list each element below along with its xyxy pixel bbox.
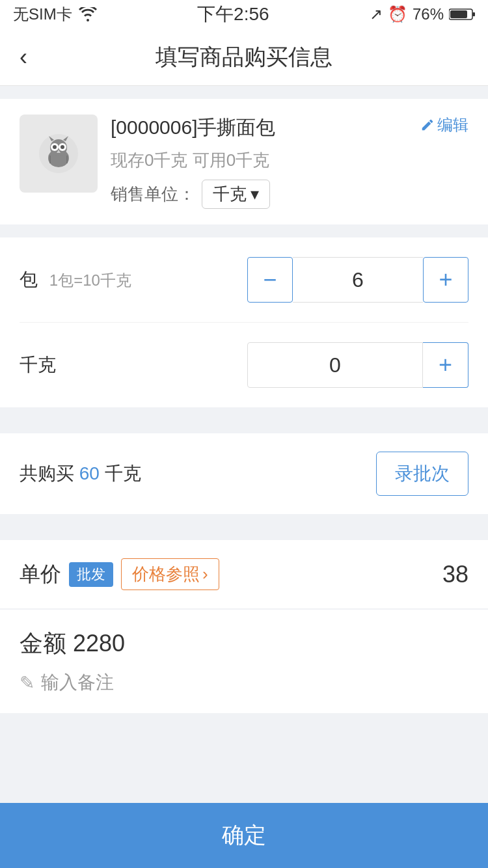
edit-icon — [420, 118, 435, 132]
note-icon: ✎ — [20, 672, 34, 694]
price-section: 单价 批发 价格参照 › 38 — [0, 540, 488, 608]
price-left: 单价 批发 价格参照 › — [20, 558, 219, 590]
bottom-space — [0, 713, 488, 791]
product-name: [0000006]手撕面包 — [111, 115, 275, 141]
package-qty-input[interactable] — [293, 257, 423, 303]
status-right: ↗ ⏰ 76% — [370, 5, 475, 23]
unit-value: 千克 — [213, 183, 247, 206]
owl-logo — [36, 131, 81, 176]
price-ref-btn[interactable]: 价格参照 › — [121, 558, 219, 590]
wifi-icon — [79, 7, 97, 21]
kilogram-control: + — [247, 342, 468, 388]
package-label: 包 — [20, 269, 38, 290]
price-label: 单价 — [20, 560, 61, 589]
note-placeholder[interactable]: 输入备注 — [41, 670, 114, 695]
battery-icon — [449, 8, 475, 21]
alarm-icon: ⏰ — [388, 5, 407, 23]
quantity-section: 包 1包=10千克 − + 千克 + — [0, 237, 488, 407]
svg-rect-2 — [450, 10, 467, 18]
carrier-text: 无SIM卡 — [13, 4, 72, 25]
price-ref-arrow: › — [202, 564, 208, 584]
product-stock: 现存0千克 可用0千克 — [111, 149, 468, 172]
record-batch-btn[interactable]: 录批次 — [376, 452, 468, 496]
unit-label: 销售单位： — [111, 183, 195, 206]
price-ref-label: 价格参照 — [132, 563, 200, 586]
amount-section: 金额 2280 ✎ 输入备注 — [0, 610, 488, 713]
divider-1 — [0, 224, 488, 237]
total-amount: 60 — [79, 463, 105, 483]
amount-label: 金额 — [20, 630, 66, 657]
status-time: 下午2:56 — [197, 2, 269, 27]
total-text: 共购买 — [20, 463, 74, 483]
note-row[interactable]: ✎ 输入备注 — [20, 670, 468, 695]
battery-text: 76% — [413, 5, 444, 23]
package-minus-btn[interactable]: − — [247, 257, 293, 303]
svg-rect-1 — [472, 12, 475, 16]
product-info: [0000006]手撕面包 编辑 现存0千克 可用0千克 销售单位： 千克 ▾ — [111, 115, 468, 209]
confirm-button[interactable]: 确定 — [0, 803, 488, 868]
package-control: − + — [247, 257, 468, 303]
product-unit-row: 销售单位： 千克 ▾ — [111, 180, 468, 209]
location-icon: ↗ — [370, 5, 383, 23]
product-card: [0000006]手撕面包 编辑 现存0千克 可用0千克 销售单位： 千克 ▾ — [0, 99, 488, 224]
package-hint: 1包=10千克 — [49, 271, 131, 289]
svg-point-11 — [61, 145, 64, 149]
price-value: 38 — [442, 561, 468, 588]
product-image — [20, 115, 98, 193]
kilogram-row: 千克 + — [20, 323, 468, 407]
divider-2 — [0, 407, 488, 420]
kilogram-label: 千克 — [20, 353, 56, 377]
unit-selector[interactable]: 千克 ▾ — [202, 180, 270, 209]
svg-point-10 — [53, 145, 57, 149]
package-plus-btn[interactable]: + — [423, 257, 468, 303]
edit-label: 编辑 — [437, 115, 468, 135]
kilogram-plus-btn[interactable]: + — [423, 342, 468, 388]
divider-3 — [0, 514, 488, 527]
page-title: 填写商品购买信息 — [156, 42, 332, 72]
package-label-group: 包 1包=10千克 — [20, 267, 131, 292]
amount-value: 2280 — [73, 630, 125, 657]
amount-row: 金额 2280 — [20, 628, 468, 660]
price-tag: 批发 — [69, 562, 113, 587]
edit-button[interactable]: 编辑 — [420, 115, 468, 135]
package-row: 包 1包=10千克 − + — [20, 237, 468, 323]
total-row: 共购买 60 千克 录批次 — [0, 433, 488, 514]
nav-bar: ‹ 填写商品购买信息 — [0, 29, 488, 86]
kilogram-qty-input[interactable] — [247, 342, 423, 388]
product-name-row: [0000006]手撕面包 编辑 — [111, 115, 468, 141]
status-left: 无SIM卡 — [13, 4, 97, 25]
status-bar: 无SIM卡 下午2:56 ↗ ⏰ 76% — [0, 0, 488, 29]
total-unit: 千克 — [105, 463, 141, 483]
unit-dropdown-arrow: ▾ — [251, 184, 259, 204]
back-button[interactable]: ‹ — [20, 44, 27, 71]
total-label-group: 共购买 60 千克 — [20, 461, 141, 486]
